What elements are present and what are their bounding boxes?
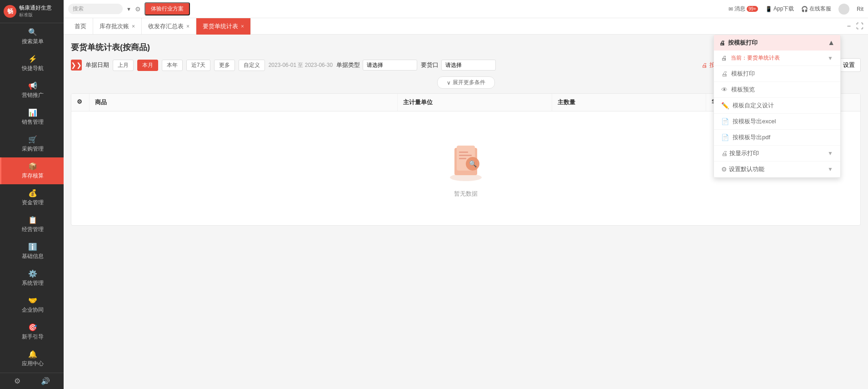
basic-icon: ℹ️: [28, 242, 37, 251]
topbar-search-display: 搜索: [68, 4, 123, 14]
tab-home[interactable]: 首页: [68, 18, 93, 35]
date-range-display: 2023-06-01 至 2023-06-30: [269, 61, 333, 69]
sales-icon: 📊: [28, 108, 37, 117]
dropdown-title: 按模板打印: [728, 39, 758, 47]
guide-icon: 🎯: [28, 323, 37, 332]
tab-minimize-btn[interactable]: －: [845, 21, 853, 31]
empty-svg: 🔍: [443, 139, 489, 184]
filter-section: 单据日期 上月 本月 本年 近7天 更多 自定义 2023-06-01 至 20…: [85, 60, 496, 71]
content: 要货单统计表(按商品) ❯❯ 单据日期 上月 本月 本年 近7天 更多 自定义 …: [64, 35, 868, 389]
tab-batch-account-close[interactable]: ×: [132, 23, 135, 30]
tabbar: 首页 库存批次账 × 收发存汇总表 × 要货单统计表 × － ⛶: [64, 18, 868, 35]
export-excel-icon: 📄: [721, 118, 729, 125]
expand-conditions-btn[interactable]: ∨ 展开更多条件: [437, 76, 495, 89]
app-version: 标准版: [19, 12, 52, 18]
tab-batch-account[interactable]: 库存批次账 ×: [93, 18, 142, 35]
dropdown-template-design[interactable]: ✏️ 模板自定义设计: [714, 98, 840, 114]
tab-order-stats[interactable]: 要货单统计表 ×: [196, 18, 251, 35]
message-icon: ✉: [728, 6, 733, 12]
sidebar-item-basic[interactable]: ℹ️ 基础信息: [0, 238, 64, 265]
app-name: 畅康通好生意: [19, 5, 52, 12]
sidebar-item-marketing[interactable]: 📢 营销推广: [0, 77, 64, 104]
dropdown-template-preview[interactable]: 👁 模板预览: [714, 82, 840, 98]
print-dropdown-menu: 🖨 按模板打印 ▲ 🖨 当前：要货单统计表 ▼ 🖨 模板打印: [713, 35, 841, 178]
order-type-label: 要货口: [421, 61, 439, 69]
current-icon: 🖨: [721, 55, 727, 61]
col-unit: 主计量单位: [398, 94, 552, 111]
dropdown-export-excel[interactable]: 📄 按模板导出excel: [714, 114, 840, 130]
topbar: 搜索 ▼ ⚙ 体验行业方案 ✉ 消息 99+ 📱 App下载 🎧 在线客服 Ri…: [64, 0, 868, 18]
operations-icon: 📋: [28, 216, 37, 224]
tab-receipt-summary[interactable]: 收发存汇总表 ×: [142, 18, 196, 35]
template-preview-icon: 👁: [721, 86, 728, 93]
empty-illustration: 🔍: [443, 139, 489, 184]
template-print-icon: 🖨: [721, 70, 728, 77]
dropdown-header: 🖨 按模板打印 ▲: [714, 35, 840, 51]
topbar-right: ✉ 消息 99+ 📱 App下载 🎧 在线客服 Rit: [728, 4, 863, 15]
sidebar-item-app-center[interactable]: 🔔 应用中心: [0, 345, 64, 372]
sidebar-item-finance[interactable]: 💰 资金管理: [0, 184, 64, 211]
dropdown-display-print[interactable]: 🖨 按显示打印 ▼: [714, 146, 840, 162]
svg-rect-5: [459, 152, 468, 153]
online-service-btn[interactable]: 🎧 在线客服: [801, 5, 831, 13]
svg-rect-6: [459, 155, 472, 156]
sidebar-item-search[interactable]: 🔍 搜索菜单: [0, 23, 64, 50]
date-btn-this-month[interactable]: 本月: [137, 60, 158, 71]
dropdown-default-function[interactable]: ⚙ 设置默认功能 ▼: [714, 162, 840, 177]
svg-text:🔍: 🔍: [469, 160, 477, 168]
sidebar-item-collab[interactable]: 🤝 企业协同: [0, 292, 64, 318]
user-avatar[interactable]: [838, 4, 849, 15]
app-download-btn[interactable]: 📱 App下载: [765, 5, 794, 13]
inventory-icon: 📦: [28, 162, 37, 171]
dropdown-current-item[interactable]: 🖨 当前：要货单统计表 ▼: [714, 51, 840, 66]
topbar-dropdown-btn[interactable]: ▼: [126, 6, 131, 12]
headset-icon: 🎧: [801, 6, 808, 12]
order-type-select[interactable]: 请选择: [441, 60, 496, 71]
col-settings[interactable]: ⚙: [71, 94, 90, 111]
logo-icon: 畅: [4, 5, 16, 18]
sidebar-item-inventory[interactable]: 📦 库存核算: [0, 157, 64, 184]
purchase-icon: 🛒: [28, 135, 37, 144]
tab-receipt-summary-close[interactable]: ×: [186, 23, 190, 30]
sidebar-nav: 🔍 搜索菜单 ⚡ 快捷导航 📢 营销推广 📊 销售管理 🛒 采购管理 📦 库存核…: [0, 23, 64, 373]
dropdown-template-print[interactable]: 🖨 模板打印: [714, 66, 840, 82]
sidebar-item-sales[interactable]: 📊 销售管理: [0, 104, 64, 131]
type-filter-label: 单据类型: [336, 61, 360, 69]
sidebar-item-guide[interactable]: 🎯 新手引导: [0, 318, 64, 345]
finance-icon: 💰: [28, 189, 37, 197]
sidebar-item-quick-nav[interactable]: ⚡ 快捷导航: [0, 50, 64, 77]
messages-btn[interactable]: ✉ 消息 99+: [728, 5, 758, 13]
sidebar-item-system[interactable]: ⚙️ 系统管理: [0, 265, 64, 292]
order-type-filter: 要货口 请选择: [421, 60, 496, 71]
trial-btn[interactable]: 体验行业方案: [145, 2, 190, 15]
tab-maximize-btn[interactable]: ⛶: [856, 21, 863, 31]
user-name[interactable]: Rit: [857, 6, 863, 12]
help-footer-btn[interactable]: 🔊: [41, 377, 50, 385]
date-btn-custom[interactable]: 自定义: [239, 60, 265, 71]
sidebar-item-operations[interactable]: 📋 经营管理: [0, 211, 64, 238]
type-filter: 单据类型 请选择: [336, 60, 417, 71]
topbar-gear-btn[interactable]: ⚙: [135, 5, 141, 13]
date-btn-more[interactable]: 更多: [214, 60, 235, 71]
type-filter-select[interactable]: 请选择: [363, 60, 417, 71]
quick-nav-icon: ⚡: [28, 55, 37, 63]
tab-order-stats-close[interactable]: ×: [241, 23, 244, 30]
default-function-arrow-icon: ▼: [828, 166, 833, 172]
marketing-icon: 📢: [28, 81, 37, 90]
expand-chevron-icon: ∨: [447, 80, 451, 86]
dropdown-export-pdf[interactable]: 📄 按模板导出pdf: [714, 130, 840, 146]
date-btn-7days[interactable]: 近7天: [186, 60, 210, 71]
template-design-icon: ✏️: [721, 102, 729, 109]
settings-footer-btn[interactable]: ⚙: [14, 377, 20, 385]
search-icon: 🔍: [28, 28, 37, 36]
date-btn-last-month[interactable]: 上月: [113, 60, 134, 71]
collab-icon: 🤝: [28, 296, 37, 305]
expand-toggle-btn[interactable]: ❯❯: [71, 60, 82, 71]
app-center-icon: 🔔: [28, 350, 37, 359]
export-pdf-icon: 📄: [721, 134, 729, 141]
dropdown-close-btn[interactable]: ▲: [828, 39, 835, 47]
col-quantity: 主数量: [552, 94, 706, 111]
sidebar-item-purchase[interactable]: 🛒 采购管理: [0, 131, 64, 157]
svg-rect-7: [459, 158, 466, 159]
date-btn-this-year[interactable]: 本年: [162, 60, 183, 71]
